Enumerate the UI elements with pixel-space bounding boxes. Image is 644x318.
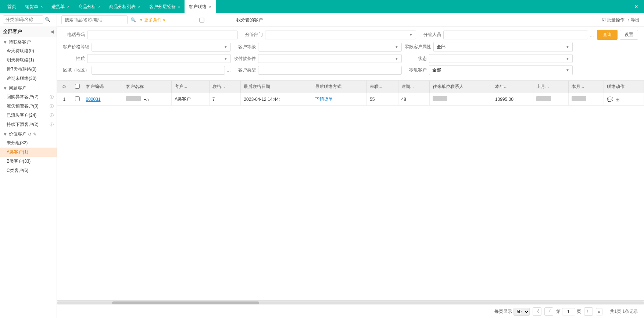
filter-customer-level-select[interactable]: ▼ xyxy=(258,43,402,52)
nav-sales-order[interactable]: 销货单 × xyxy=(21,0,47,13)
nav-customer-contact[interactable]: 客户联络 × xyxy=(185,0,215,13)
batch-op-button[interactable]: ☑ 批量操作 xyxy=(602,17,625,23)
my-customers-checkbox-label[interactable]: 我分管的客户 xyxy=(169,17,263,23)
prev-page-button[interactable]: 〈 xyxy=(544,307,553,316)
pagination-bar: 每页显示 50 《 〈 第 页 〉 » 共1页 1条记录 xyxy=(57,305,644,318)
per-page-select[interactable]: 50 xyxy=(514,308,530,316)
group-problem-label: 问题客户 xyxy=(9,85,26,91)
col-name[interactable]: 客户名称 xyxy=(123,81,172,93)
nav-home[interactable]: 首页 xyxy=(3,0,21,13)
collapse-icon[interactable]: ◀ xyxy=(50,29,54,34)
col-last-month[interactable]: 上月... xyxy=(533,81,569,93)
all-customers-label: 全部客户 xyxy=(3,28,22,35)
col-customer-type[interactable]: 客户... xyxy=(172,81,209,93)
scroll-thumb[interactable] xyxy=(112,301,259,304)
next-page-button[interactable]: 〉 xyxy=(584,307,593,316)
col-unit-contacts[interactable]: 往来单位联系人 xyxy=(430,81,492,93)
sidebar-item-overdue[interactable]: 逾期未联络(30) xyxy=(0,74,57,83)
nav-customer-contact-close[interactable]: × xyxy=(209,4,211,9)
filter-phone-input[interactable] xyxy=(87,31,238,39)
filter-price-level-select[interactable]: ▼ xyxy=(92,43,231,52)
sidebar-item-churn-warning[interactable]: 流失预警客户(3) ⓘ xyxy=(0,102,57,111)
chat-icon[interactable]: 💬 xyxy=(607,96,613,102)
nav-customer-tier-label: 客户分层经营 xyxy=(149,4,176,10)
sidebar-item-class-a[interactable]: A类客户(1) xyxy=(0,148,57,157)
page-input[interactable] xyxy=(562,308,575,315)
col-code[interactable]: 客户编码 xyxy=(83,81,123,93)
sidebar-item-abnormal-repurchase[interactable]: 回购异常客户(2) ⓘ xyxy=(0,92,57,102)
col-checkbox[interactable] xyxy=(72,81,83,93)
col-contact-count[interactable]: 联络... xyxy=(209,81,241,93)
row-checkbox-cell[interactable] xyxy=(72,93,83,106)
more-filter-button[interactable]: ▼ 更多条件 ∨ xyxy=(139,17,166,23)
filter-nature-select[interactable]: ▼ xyxy=(87,54,231,63)
main-search-input[interactable] xyxy=(61,15,128,24)
col-this-year[interactable]: 本年... xyxy=(492,81,533,93)
sidebar-item-class-c[interactable]: C类客户(6) xyxy=(0,166,57,175)
row-not-contacted: 55 xyxy=(366,93,398,106)
col-last-contact-method[interactable]: 最后联络方式 xyxy=(312,81,366,93)
row-checkbox[interactable] xyxy=(75,96,80,101)
filter-region-input[interactable] xyxy=(92,66,225,75)
sidebar-item-declining[interactable]: 持续下滑客户(2) ⓘ xyxy=(0,120,57,129)
filter-nature-label: 性质 xyxy=(63,56,85,62)
row-actions: 💬 ⊞ xyxy=(607,96,641,102)
col-last-contact-date[interactable]: 最后联络日期 xyxy=(241,81,312,93)
sidebar-search-icon[interactable]: 🔍 xyxy=(45,17,50,22)
filter-scattered-attr-select[interactable]: 全部 ▼ xyxy=(433,42,573,52)
last-page-button[interactable]: » xyxy=(596,308,603,315)
sidebar-item-ungrouped[interactable]: 未分组(32) xyxy=(0,138,57,148)
horizontal-scrollbar[interactable] xyxy=(57,300,644,305)
settings-button[interactable]: 设置 xyxy=(620,30,638,40)
filter-customer-type-input[interactable] xyxy=(258,66,402,75)
filter-person-input[interactable] xyxy=(443,31,588,39)
nav-sales-close[interactable]: × xyxy=(40,4,43,9)
sidebar-item-today[interactable]: 今天待联络(0) xyxy=(0,46,57,56)
all-customers-header[interactable]: 全部客户 ◀ xyxy=(0,26,57,37)
sidebar-item-tomorrow[interactable]: 明天待联络(1) xyxy=(0,56,57,65)
nav-product-analysis[interactable]: 商品分析 × xyxy=(74,0,105,13)
filter-phone: 电话号码 xyxy=(63,31,238,39)
filter-scattered-select[interactable]: 全部 ▼ xyxy=(429,65,573,75)
filter-phone-label: 电话号码 xyxy=(63,32,85,38)
filter-region-dots[interactable]: … xyxy=(226,68,231,73)
filter-department-select[interactable]: ▼ xyxy=(265,31,416,39)
nav-product-analysis-list-close[interactable]: × xyxy=(138,4,140,9)
nav-customer-tier-close[interactable]: × xyxy=(178,4,180,9)
qr-icon[interactable]: ⊞ xyxy=(615,96,620,102)
col-settings[interactable]: ⚙ xyxy=(57,81,72,93)
col-not-contacted[interactable]: 未联... xyxy=(366,81,398,93)
row-name: Ea xyxy=(123,93,172,106)
select-all-checkbox[interactable] xyxy=(75,84,80,89)
sidebar-item-class-b[interactable]: B类客户(33) xyxy=(0,157,57,166)
table-settings-icon[interactable]: ⚙ xyxy=(62,84,66,89)
group-value-refresh[interactable]: ↺ xyxy=(28,132,32,137)
col-overdue[interactable]: 逾期... xyxy=(398,81,430,93)
filter-payment-select[interactable]: ▼ xyxy=(258,54,402,63)
nav-purchase-close[interactable]: × xyxy=(67,4,69,9)
sidebar-search-input[interactable] xyxy=(3,15,43,24)
filter-row-4: 区域（地区） … 客户类型 零散客户 全部 ▼ xyxy=(63,65,638,75)
search-button[interactable]: 查询 xyxy=(597,30,618,40)
row-last-contact-method[interactable]: 下销货单 xyxy=(312,93,366,106)
export-button[interactable]: ↑ 导出 xyxy=(627,17,640,23)
col-this-month[interactable]: 本月... xyxy=(569,81,604,93)
sidebar-search-area: 🔍 xyxy=(0,13,57,26)
nav-purchase-order[interactable]: 进货单 × xyxy=(47,0,74,13)
my-customers-checkbox[interactable] xyxy=(169,18,235,22)
nav-customer-tier[interactable]: 客户分层经营 × xyxy=(145,0,185,13)
filter-status-select[interactable]: ▼ xyxy=(429,54,573,63)
nav-product-analysis-close[interactable]: × xyxy=(98,4,100,9)
row-num: 1 xyxy=(57,93,72,106)
group-value-edit[interactable]: ✎ xyxy=(33,132,37,137)
filter-person-dots[interactable]: … xyxy=(590,32,594,38)
first-page-button[interactable]: 《 xyxy=(533,307,541,316)
window-close-button[interactable]: × xyxy=(631,3,641,11)
nav-product-analysis-list[interactable]: 商品分析列表 × xyxy=(105,0,144,13)
sidebar-item-7days[interactable]: 近7天待联络(0) xyxy=(0,65,57,74)
row-code[interactable]: 000031 xyxy=(83,93,123,106)
filter-department-chevron: ▼ xyxy=(409,33,413,37)
row-last-month-redacted xyxy=(536,96,551,101)
sidebar-item-churned[interactable]: 已流失客户(24) ⓘ xyxy=(0,111,57,120)
main-search-button[interactable]: 🔍 xyxy=(130,17,136,22)
